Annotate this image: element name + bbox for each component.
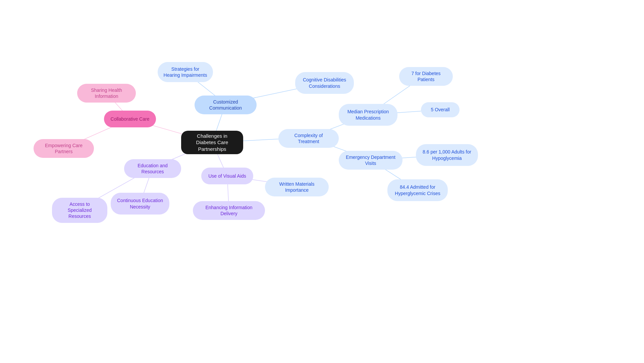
node-access_specialized[interactable]: Access to Specialized Resources bbox=[52, 198, 107, 223]
node-five_overall[interactable]: 5 Overall bbox=[421, 102, 460, 117]
node-complexity_treatment[interactable]: Complexity of Treatment bbox=[278, 129, 339, 148]
node-center[interactable]: Challenges in Diabetes Care Partnerships bbox=[181, 131, 243, 154]
node-enhancing_info[interactable]: Enhancing Information Delivery bbox=[193, 201, 265, 220]
node-sharing_health[interactable]: Sharing Health Information bbox=[77, 84, 136, 103]
node-strategies_hearing[interactable]: Strategies for Hearing Impairments bbox=[158, 62, 213, 82]
mindmap-container: Challenges in Diabetes Care Partnerships… bbox=[0, 0, 644, 363]
node-cognitive_disabilities[interactable]: Cognitive Disabilities Considerations bbox=[295, 72, 354, 94]
node-emergency_dept[interactable]: Emergency Department Visits bbox=[339, 151, 402, 170]
node-written_materials[interactable]: Written Materials Importance bbox=[265, 178, 329, 196]
node-empowering_care[interactable]: Empowering Care Partners bbox=[34, 139, 94, 158]
node-customized_communication[interactable]: Customized Communication bbox=[195, 96, 257, 114]
node-seven_diabetes[interactable]: 7 for Diabetes Patients bbox=[399, 67, 453, 86]
node-continuous_education[interactable]: Continuous Education Necessity bbox=[111, 193, 169, 215]
node-collaborative_care[interactable]: Collaborative Care bbox=[104, 111, 156, 127]
node-median_prescription[interactable]: Median Prescription Medications bbox=[339, 104, 397, 126]
node-eighty_four[interactable]: 84.4 Admitted for Hyperglycemic Crises bbox=[387, 179, 448, 201]
node-use_visual_aids[interactable]: Use of Visual Aids bbox=[201, 168, 253, 184]
node-eight_six[interactable]: 8.6 per 1,000 Adults for Hypoglycemia bbox=[416, 144, 478, 166]
node-education_resources[interactable]: Education and Resources bbox=[124, 159, 181, 178]
